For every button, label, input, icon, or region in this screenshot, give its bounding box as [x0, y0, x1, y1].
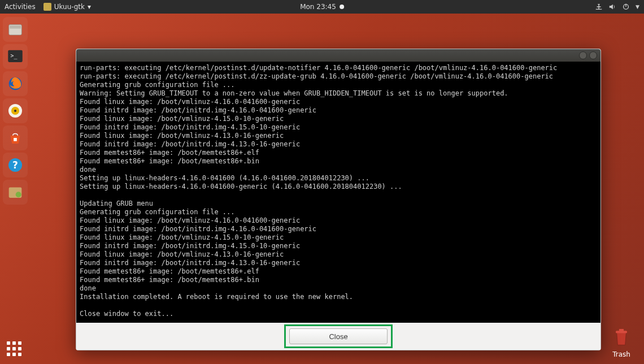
app-menu-label: Ukuu-gtk — [54, 3, 85, 11]
dialog-button-row: Close — [76, 323, 601, 350]
chevron-down-icon[interactable]: ▼ — [636, 4, 639, 10]
window-titlebar — [76, 49, 601, 62]
svg-rect-16 — [619, 329, 624, 331]
svg-point-14 — [16, 192, 21, 197]
annotation-highlight: Close — [284, 324, 393, 348]
activities-button[interactable]: Activities — [5, 3, 36, 11]
maximize-button[interactable] — [589, 51, 597, 59]
ukuu-launcher[interactable] — [3, 180, 28, 205]
trash-desktop-icon[interactable]: Trash — [610, 326, 633, 358]
app-menu[interactable]: Ukuu-gtk ▾ — [43, 3, 91, 11]
svg-rect-3 — [10, 25, 21, 29]
svg-point-9 — [14, 110, 16, 112]
launcher-dock: >_ ? — [0, 14, 31, 205]
trash-label: Trash — [610, 350, 633, 358]
terminal-launcher[interactable]: >_ — [3, 44, 28, 69]
clock[interactable]: Mon 23:45 — [300, 3, 336, 11]
app-icon — [43, 3, 51, 11]
terminal-output: run-parts: executing /etc/kernel/postins… — [76, 62, 601, 323]
power-icon[interactable] — [622, 3, 630, 11]
top-bar: Activities Ukuu-gtk ▾ Mon 23:45 ▼ — [0, 0, 644, 14]
recording-indicator-icon — [340, 5, 344, 9]
close-button[interactable]: Close — [289, 328, 388, 344]
volume-icon[interactable] — [608, 3, 616, 11]
software-launcher[interactable] — [3, 125, 28, 150]
network-icon[interactable] — [595, 3, 603, 11]
files-launcher[interactable] — [3, 17, 28, 42]
svg-text:?: ? — [12, 159, 18, 171]
minimize-button[interactable] — [579, 51, 587, 59]
firefox-launcher[interactable] — [3, 71, 28, 96]
help-launcher[interactable]: ? — [3, 153, 28, 177]
rhythmbox-launcher[interactable] — [3, 98, 28, 123]
svg-rect-10 — [14, 138, 17, 141]
ukuu-terminal-dialog: run-parts: executing /etc/kernel/postins… — [76, 49, 601, 350]
chevron-down-icon: ▾ — [88, 3, 91, 11]
show-applications-button[interactable] — [7, 341, 21, 356]
svg-text:>_: >_ — [11, 53, 18, 59]
